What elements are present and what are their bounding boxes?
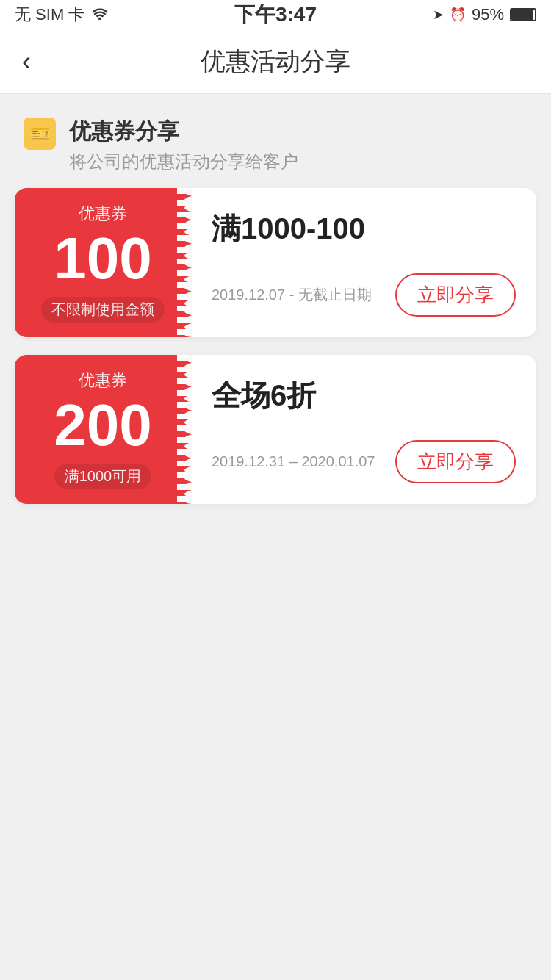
nav-bar: ‹ 优惠活动分享 xyxy=(0,29,551,94)
coupon-icon: 🎫 xyxy=(24,118,56,150)
coupon-condition-2: 满1000可用 xyxy=(54,464,152,489)
coupon-label-1: 优惠券 xyxy=(79,203,127,225)
coupon-condition-1: 不限制使用金额 xyxy=(41,297,165,323)
coupon-date-1: 2019.12.07 - 无截止日期 xyxy=(212,285,372,305)
share-button-2[interactable]: 立即分享 xyxy=(395,440,516,483)
coupon-label-2: 优惠券 xyxy=(79,370,127,392)
coupon-right-1: 满1000-100 2019.12.07 - 无截止日期 立即分享 xyxy=(191,188,536,337)
status-right: ➤ ⏰ 95% xyxy=(433,5,536,24)
coupon-bottom-1: 2019.12.07 - 无截止日期 立即分享 xyxy=(212,273,516,317)
status-bar: 无 SIM 卡 下午3:47 ➤ ⏰ 95% xyxy=(0,0,551,29)
coupons-area: 优惠券 100 不限制使用金额 满1000-100 2019.12.07 - 无… xyxy=(0,188,551,504)
section-header: 🎫 优惠券分享 将公司的优惠活动分享给客户 xyxy=(0,94,551,188)
coupon-amount-2: 200 xyxy=(54,396,151,455)
section-title: 优惠券分享 xyxy=(69,116,298,147)
coupon-right-2: 全场6折 2019.12.31 – 2020.01.07 立即分享 xyxy=(191,355,536,504)
battery-percent: 95% xyxy=(472,5,504,24)
arrow-icon: ➤ xyxy=(433,7,444,23)
coupon-amount-1: 100 xyxy=(54,229,151,288)
share-button-1[interactable]: 立即分享 xyxy=(395,273,516,317)
wifi-icon xyxy=(92,5,108,24)
alarm-icon: ⏰ xyxy=(450,7,466,23)
time-display: 下午3:47 xyxy=(234,1,317,29)
coupon-name-1: 满1000-100 xyxy=(212,209,516,249)
page-title: 优惠活动分享 xyxy=(201,45,350,79)
section-icon: 🎫 xyxy=(22,116,57,151)
coupon-name-2: 全场6折 xyxy=(212,375,516,416)
status-left: 无 SIM 卡 xyxy=(15,4,108,26)
sim-indicator: 无 SIM 卡 xyxy=(15,4,84,26)
coupon-card-1: 优惠券 100 不限制使用金额 满1000-100 2019.12.07 - 无… xyxy=(15,188,536,337)
back-button[interactable]: ‹ xyxy=(22,46,31,77)
battery-icon xyxy=(510,8,536,21)
coupon-left-1: 优惠券 100 不限制使用金额 xyxy=(15,188,191,337)
coupon-date-2: 2019.12.31 – 2020.01.07 xyxy=(212,453,375,470)
bottom-area xyxy=(0,522,551,962)
coupon-bottom-2: 2019.12.31 – 2020.01.07 立即分享 xyxy=(212,440,516,483)
section-text: 优惠券分享 将公司的优惠活动分享给客户 xyxy=(69,116,298,173)
section-subtitle: 将公司的优惠活动分享给客户 xyxy=(69,150,298,173)
battery-fill xyxy=(511,10,533,20)
coupon-left-2: 优惠券 200 满1000可用 xyxy=(15,355,191,504)
coupon-card-2: 优惠券 200 满1000可用 全场6折 2019.12.31 – 2020.0… xyxy=(15,355,536,504)
